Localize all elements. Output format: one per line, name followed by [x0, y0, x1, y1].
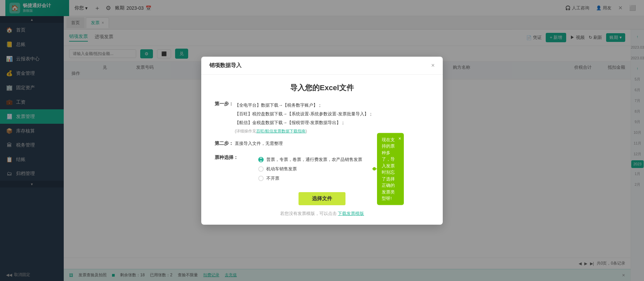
modal-main-title: 导入您的Excel文件 — [215, 83, 429, 93]
step1-line1: 【全电平台】数据下载→【税务数字账户】； — [235, 101, 373, 110]
ticket-label: 票种选择： — [215, 153, 238, 161]
tooltip-container: 现在支持的票种多了，导入发票时别忘了选择正确的发票类型呀! × — [372, 133, 404, 205]
step1-link[interactable]: 百旺/航信发票数据下载指南 — [256, 129, 306, 133]
step2-content: 直接导入文件，无需整理 — [235, 140, 283, 147]
ticket-choice: 票种选择： 普票，专票，卷票，通行费发票，农产品销售发票 机动车销售发票 — [215, 153, 429, 181]
radio-normal-label: 普票，专票，卷票，通行费发票，农产品销售发票 — [266, 157, 362, 163]
radio-normal-circle — [258, 157, 264, 162]
modal-close-btn[interactable]: × — [431, 62, 435, 69]
tooltip-box: 现在支持的票种多了，导入发票时别忘了选择正确的发票类型呀! × — [377, 133, 404, 205]
step1-line3: 【航信】金税盘数据下载→【报税管理-发票数据导出】； — [235, 118, 373, 127]
tooltip-close-btn[interactable]: × — [398, 135, 401, 142]
download-tip: 若您没有发票模版，可以点击 下载发票模版 — [215, 211, 429, 217]
step1-label: 第一步： — [215, 101, 235, 107]
step1-row: 第一步： 【全电平台】数据下载→【税务数字账户】； 【百旺】税控盘数据下载→【系… — [215, 101, 429, 135]
tooltip-text: 现在支持的票种多了，导入发票时别忘了选择正确的发票类型呀! — [382, 137, 395, 201]
select-file-btn[interactable]: 选择文件 — [299, 192, 345, 205]
radio-motor-label: 机动车销售发票 — [266, 166, 297, 172]
step1-line2: 【百旺】税控盘数据下载→【系统设置-系统参数设置-发票批量导入】； — [235, 110, 373, 118]
radio-group: 普票，专票，卷票，通行费发票，农产品销售发票 机动车销售发票 — [238, 157, 362, 181]
radio-normal[interactable]: 普票，专票，卷票，通行费发票，农产品销售发票 — [258, 157, 362, 163]
radio-motor-circle — [258, 166, 264, 172]
radio-none-circle — [258, 176, 264, 181]
download-template-link[interactable]: 下载发票模版 — [338, 211, 364, 216]
radio-motor[interactable]: 机动车销售发票 现在支持的票种多了，导入发票时别忘了选择正确的发票类型呀! × — [258, 166, 362, 172]
import-modal: 销项数据导入 × 导入您的Excel文件 第一步： 【全电平台】数据下载→【税务… — [201, 57, 443, 225]
radio-none[interactable]: 不开票 — [258, 175, 362, 181]
modal-body: 导入您的Excel文件 第一步： 【全电平台】数据下载→【税务数字账户】； 【百… — [201, 75, 443, 192]
radio-none-label: 不开票 — [266, 175, 279, 181]
modal-overlay[interactable]: 销项数据导入 × 导入您的Excel文件 第一步： 【全电平台】数据下载→【税务… — [0, 0, 644, 281]
modal-title: 销项数据导入 — [209, 62, 241, 69]
step2-label: 第二步： — [215, 140, 235, 147]
modal-header: 销项数据导入 × — [201, 57, 443, 75]
modal-footer: 选择文件 若您没有发票模版，可以点击 下载发票模版 — [201, 192, 443, 225]
step1-note: (详细操作见百旺/航信发票数据下载指南) — [235, 127, 373, 135]
